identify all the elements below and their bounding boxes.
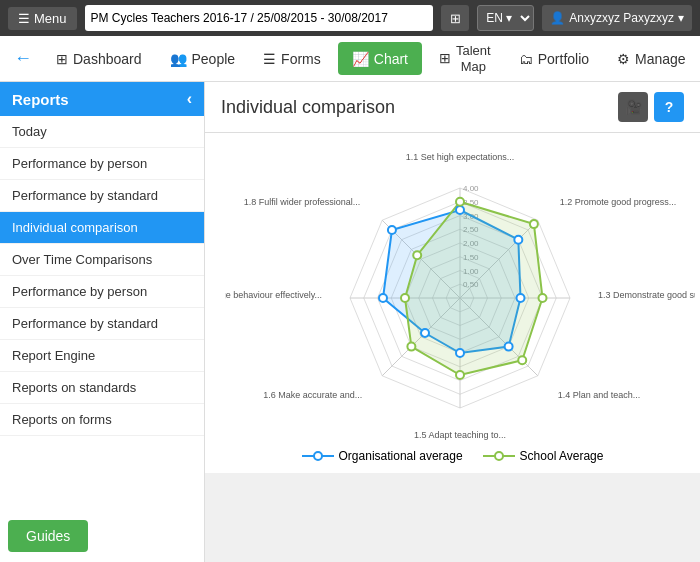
nav-talent-map-label: TalentMap (456, 43, 491, 74)
svg-text:1.8 Fulfil wider professional.: 1.8 Fulfil wider professional... (244, 197, 361, 207)
forms-icon: ☰ (263, 51, 276, 67)
svg-text:4.00: 4.00 (463, 184, 479, 193)
svg-point-40 (401, 294, 409, 302)
guides-button[interactable]: Guides (8, 520, 88, 552)
cycle-selector[interactable] (85, 5, 434, 31)
user-menu-button[interactable]: 👤 Anxyzxyz Paxyzxyz ▾ (542, 5, 692, 31)
content-header-actions: 🎥 ? (618, 92, 684, 122)
manage-icon: ⚙ (617, 51, 630, 67)
svg-point-31 (421, 329, 429, 337)
camera-button[interactable]: 🎥 (618, 92, 648, 122)
nav-manage-label: Manage (635, 51, 686, 67)
talent-map-icon: ⊞ (439, 50, 451, 67)
nav-back-button[interactable]: ← (4, 36, 42, 81)
legend-school-average: School Average (483, 449, 604, 463)
svg-point-34 (456, 198, 464, 206)
sidebar-item-reports-standards[interactable]: Reports on standards (0, 372, 204, 404)
legend-org-average: Organisational average (302, 449, 463, 463)
svg-point-53 (495, 452, 503, 460)
grid-icon-button[interactable]: ⊞ (441, 5, 469, 31)
help-button[interactable]: ? (654, 92, 684, 122)
top-bar: ☰ Menu ⊞ EN ▾ 👤 Anxyzxyz Paxyzxyz ▾ (0, 0, 700, 36)
content-title: Individual comparison (221, 97, 395, 118)
chart-container: // This won't run inline in SVG - we han… (205, 133, 700, 473)
svg-point-36 (539, 294, 547, 302)
nav-forms[interactable]: ☰ Forms (249, 36, 335, 81)
nav-manage[interactable]: ⚙ Manage (603, 36, 700, 81)
nav-talent-map[interactable]: ⊞ TalentMap (425, 36, 505, 81)
svg-text:1.4 Plan and teach...: 1.4 Plan and teach... (558, 390, 641, 400)
svg-text:1.2 Promote good progress...: 1.2 Promote good progress... (560, 197, 677, 207)
svg-text:1.3 Demonstrate good subject..: 1.3 Demonstrate good subject... (598, 290, 695, 300)
sidebar-item-perf-person-2[interactable]: Performance by person (0, 276, 204, 308)
sidebar-item-individual-comparison[interactable]: Individual comparison (0, 212, 204, 244)
sidebar-collapse-icon[interactable]: ‹ (187, 90, 192, 108)
svg-point-28 (517, 294, 525, 302)
nav-bar: ← ⊞ Dashboard 👥 People ☰ Forms 📈 Chart ⊞… (0, 36, 700, 82)
svg-point-38 (456, 371, 464, 379)
svg-point-29 (505, 343, 513, 351)
menu-button[interactable]: ☰ Menu (8, 7, 77, 30)
svg-point-27 (514, 236, 522, 244)
svg-point-32 (379, 294, 387, 302)
nav-people-label: People (192, 51, 236, 67)
nav-portfolio[interactable]: 🗂 Portfolio (505, 36, 603, 81)
nav-forms-label: Forms (281, 51, 321, 67)
svg-point-41 (413, 251, 421, 259)
radar-chart: // This won't run inline in SVG - we han… (225, 143, 695, 443)
menu-label: Menu (34, 11, 67, 26)
content-header: Individual comparison 🎥 ? (205, 82, 700, 133)
nav-chart[interactable]: 📈 Chart (338, 42, 422, 75)
svg-point-37 (518, 356, 526, 364)
svg-point-35 (530, 220, 538, 228)
sidebar-item-perf-standard-2[interactable]: Performance by standard (0, 308, 204, 340)
nav-dashboard-label: Dashboard (73, 51, 142, 67)
dashboard-icon: ⊞ (56, 51, 68, 67)
legend-school-label: School Average (520, 449, 604, 463)
svg-point-51 (314, 452, 322, 460)
svg-text:1.7 Manage behaviour effective: 1.7 Manage behaviour effectively... (225, 290, 322, 300)
svg-point-33 (388, 226, 396, 234)
legend-org-label: Organisational average (339, 449, 463, 463)
user-avatar-icon: 👤 (550, 11, 565, 25)
chart-icon: 📈 (352, 51, 369, 67)
portfolio-icon: 🗂 (519, 51, 533, 67)
content-area: Individual comparison 🎥 ? // This wo (205, 82, 700, 562)
sidebar-item-perf-person-1[interactable]: Performance by person (0, 148, 204, 180)
svg-text:1.6 Make accurate and...: 1.6 Make accurate and... (263, 390, 362, 400)
svg-point-26 (456, 206, 464, 214)
sidebar-item-today[interactable]: Today (0, 116, 204, 148)
main-layout: Reports ‹ Today Performance by person Pe… (0, 82, 700, 562)
svg-text:1.5 Adapt teaching to...: 1.5 Adapt teaching to... (414, 430, 506, 440)
nav-people[interactable]: 👥 People (156, 36, 250, 81)
bottom-bar: Guides (8, 520, 88, 552)
sidebar-item-report-engine[interactable]: Report Engine (0, 340, 204, 372)
radar-chart-wrapper: // This won't run inline in SVG - we han… (225, 143, 680, 463)
sidebar: Reports ‹ Today Performance by person Pe… (0, 82, 205, 562)
svg-point-30 (456, 349, 464, 357)
sidebar-item-over-time[interactable]: Over Time Comparisons (0, 244, 204, 276)
sidebar-title: Reports (12, 91, 69, 108)
user-name: Anxyzxyz Paxyzxyz (569, 11, 674, 25)
menu-icon: ☰ (18, 11, 30, 26)
nav-dashboard[interactable]: ⊞ Dashboard (42, 36, 156, 81)
radar-legend: Organisational average School Average (302, 449, 604, 463)
nav-portfolio-label: Portfolio (538, 51, 589, 67)
nav-chart-label: Chart (374, 51, 408, 67)
sidebar-item-reports-forms[interactable]: Reports on forms (0, 404, 204, 436)
user-chevron-icon: ▾ (678, 11, 684, 25)
sidebar-item-perf-standard-1[interactable]: Performance by standard (0, 180, 204, 212)
svg-point-39 (407, 343, 415, 351)
language-selector[interactable]: EN ▾ (477, 5, 534, 31)
sidebar-header: Reports ‹ (0, 82, 204, 116)
svg-text:1.1 Set high expectations...: 1.1 Set high expectations... (406, 152, 515, 162)
people-icon: 👥 (170, 51, 187, 67)
